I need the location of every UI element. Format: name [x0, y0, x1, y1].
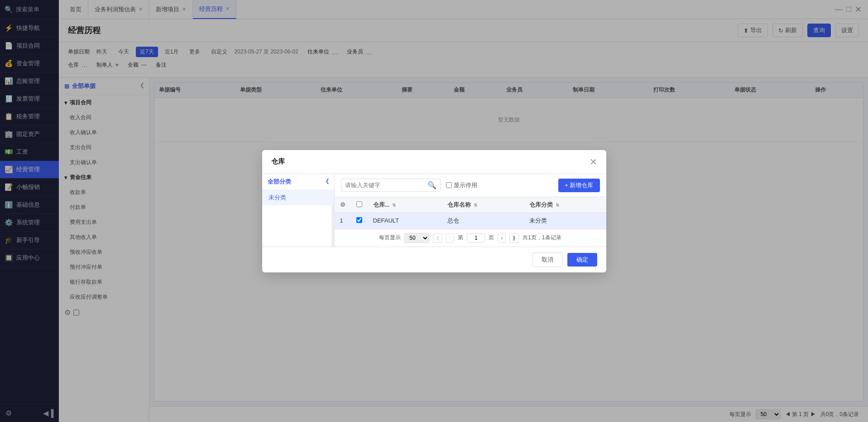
modal-next-page-btn[interactable]: ›	[498, 233, 506, 243]
modal-title: 仓库	[271, 157, 285, 166]
modal-gear-icon[interactable]: ⚙	[340, 201, 345, 208]
warehouse-modal: 仓库 ✕ 全部分类 《 未分类	[262, 150, 606, 272]
modal-collapse-icon: 《	[323, 178, 329, 186]
modal-first-page-btn[interactable]: ⟪	[433, 233, 442, 243]
modal-page-size-select[interactable]: 50 100	[404, 233, 429, 243]
modal-all-category-btn[interactable]: 全部分类 《	[262, 174, 334, 190]
modal-prev-page-btn[interactable]: ‹	[446, 233, 454, 243]
modal-table-area: ⚙ 仓库... ⇅ 仓库名称	[335, 197, 606, 229]
row-checkbox[interactable]	[356, 217, 362, 223]
modal-search-icon: 🔍	[427, 181, 436, 189]
modal-right-panel: 🔍 显示停用 + 新增仓库	[335, 174, 606, 247]
modal-select-all-checkbox[interactable]	[356, 201, 362, 207]
modal-pagination: 每页显示 50 100 ⟪ ‹ 第 页 › ⟫ 共1页，1条记录	[335, 229, 606, 247]
modal-search-input[interactable]	[345, 182, 425, 189]
modal-total-records: 共1页，1条记录	[523, 234, 561, 242]
modal-next-label: 页	[489, 234, 494, 242]
modal-toolbar: 🔍 显示停用 + 新增仓库	[335, 174, 606, 197]
modal-left-unclassified[interactable]: 未分类	[262, 190, 334, 205]
modal-page-size-label: 每页显示	[379, 234, 401, 242]
modal-left-panel: 全部分类 《 未分类	[262, 174, 335, 247]
modal-page-input[interactable]	[467, 233, 485, 243]
modal-col-code: 仓库... ⇅	[368, 197, 442, 213]
modal-search-box: 🔍	[341, 179, 441, 192]
modal-col-code-label: 仓库...	[373, 201, 390, 208]
modal-col-category-label: 仓库分类	[529, 201, 553, 208]
row-checkbox-cell	[351, 213, 368, 228]
add-warehouse-btn[interactable]: + 新增仓库	[558, 179, 599, 192]
row-code-cell: DEFAULT	[368, 213, 442, 228]
modal-page-label: 第	[458, 234, 463, 242]
sort-category-icon[interactable]: ⇅	[556, 203, 559, 208]
modal-body: 全部分类 《 未分类 🔍	[262, 174, 606, 247]
modal-col-gear: ⚙	[335, 197, 351, 213]
modal-overlay[interactable]: 仓库 ✕ 全部分类 《 未分类	[0, 0, 868, 422]
modal-col-name-label: 仓库名称	[447, 201, 471, 208]
modal-col-name: 仓库名称 ⇅	[442, 197, 524, 213]
sort-code-icon[interactable]: ⇅	[392, 203, 396, 208]
modal-confirm-btn[interactable]: 确定	[567, 253, 597, 267]
modal-warehouse-table: ⚙ 仓库... ⇅ 仓库名称	[335, 197, 606, 229]
sort-name-icon[interactable]: ⇅	[474, 203, 477, 208]
modal-table-header: ⚙ 仓库... ⇅ 仓库名称	[335, 197, 606, 213]
modal-close-btn[interactable]: ✕	[590, 156, 597, 167]
modal-left-scroll	[262, 205, 334, 247]
modal-left-scrollbar[interactable]	[331, 205, 334, 247]
modal-col-category: 仓库分类 ⇅	[524, 197, 606, 213]
modal-last-page-btn[interactable]: ⟫	[509, 233, 519, 243]
modal-header: 仓库 ✕	[262, 150, 606, 174]
unclassified-label: 未分类	[269, 194, 286, 201]
modal-toolbar-left: 🔍 显示停用	[341, 179, 477, 192]
show-disabled-label: 显示停用	[454, 181, 477, 189]
row-num-cell: 1	[335, 213, 351, 228]
modal-cancel-btn[interactable]: 取消	[532, 252, 563, 267]
row-name-cell: 总仓	[442, 213, 524, 228]
modal-col-checkbox	[351, 197, 368, 213]
add-warehouse-label: + 新增仓库	[565, 181, 593, 189]
show-disabled-checkbox[interactable]	[446, 182, 452, 188]
modal-table-row[interactable]: 1 DEFAULT 总仓 未分类	[335, 213, 606, 228]
show-disabled-group: 显示停用	[446, 181, 477, 189]
row-category-cell: 未分类	[524, 213, 606, 228]
all-category-label: 全部分类	[268, 178, 291, 186]
modal-actions: 取消 确定	[262, 247, 606, 272]
